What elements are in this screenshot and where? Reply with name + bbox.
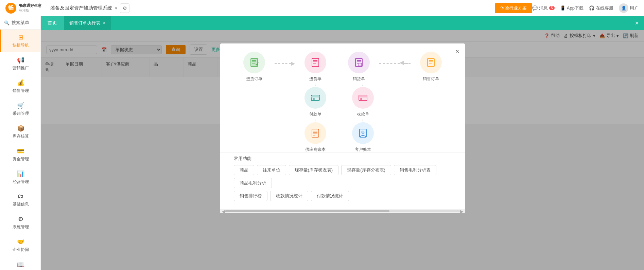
base-info-icon: 🗂 — [18, 193, 24, 200]
arrow-down-purchase: ↓ — [295, 82, 336, 87]
guide-icon: 📖 — [17, 261, 24, 268]
window-close-icon[interactable]: × — [635, 20, 639, 27]
sidebar-item-marketing[interactable]: 📢 营销推广 — [0, 52, 40, 75]
func-btn-partner[interactable]: 往来单位 — [257, 165, 286, 175]
arrow-2b: ▶ — [400, 60, 411, 67]
func-btn-stock-status[interactable]: 现存量(库存状况表) — [289, 165, 339, 175]
func-btn-goods[interactable]: 商品 — [234, 165, 254, 175]
customer-ledger-label: 客户账本 — [355, 147, 371, 152]
flow-node-sales-order[interactable]: 销售订单 — [411, 52, 451, 82]
sidebar-item-base-info[interactable]: 🗂 基础信息 — [0, 189, 40, 211]
svg-rect-12 — [358, 63, 362, 66]
marketing-icon: 📢 — [17, 56, 24, 64]
sidebar-item-purchase[interactable]: 🛒 采购管理 — [0, 98, 40, 121]
main-content: 首页 销售订单执行表 × × ❓ 帮助 🖨 按模板打印 — [41, 16, 644, 270]
flow-row-1: 进货订单 ▶ — [220, 43, 465, 82]
payment-label: 付款单 — [309, 111, 321, 117]
svg-rect-20 — [359, 95, 367, 101]
scrollbar-track[interactable] — [225, 210, 460, 212]
func-btn-sales-margin[interactable]: 销售毛利分析表 — [394, 165, 436, 175]
flow-node-customer-ledger[interactable]: 客户账本 — [343, 122, 383, 152]
down-arrows-row2: ↓ ↓ — [220, 117, 465, 122]
message-item[interactable]: 💬 消息 5 — [532, 5, 555, 11]
avatar: 👤 — [619, 3, 628, 13]
content-area: ❓ 帮助 🖨 按模板打印 ▾ 📤 导出 ▾ 🔄 — [41, 30, 644, 270]
purchase-order-icon — [243, 52, 265, 73]
sidebar-item-inventory[interactable]: 📦 库存核算 — [0, 121, 40, 143]
inventory-icon: 📦 — [17, 125, 24, 132]
func-buttons-row2: 销售排行榜 收款情况统计 付款情况统计 — [234, 191, 451, 201]
flow-node-supplier-ledger[interactable]: 供应商账本 — [295, 122, 336, 152]
modal-overlay: × — [41, 30, 644, 270]
main-layout: 🔍 搜索菜单 ⊞ 快捷导航 📢 营销推广 💰 销售管理 🛒 采购管理 📦 库存核… — [0, 16, 644, 270]
purchase-icon: 🛒 — [17, 102, 24, 109]
logo-text: 畅康通好生意 标准版 — [19, 3, 41, 13]
sales-icon: 💰 — [17, 79, 24, 87]
trial-button[interactable]: 体验行业方案 — [495, 3, 532, 13]
finance-icon: 💳 — [17, 147, 24, 155]
arrow-2 — [379, 63, 400, 64]
dropdown-arrow-icon[interactable]: ▾ — [115, 5, 117, 11]
arrow-1: ▶ — [275, 60, 295, 67]
svg-rect-4 — [312, 58, 319, 67]
message-icon: 💬 — [532, 5, 538, 11]
common-funcs: 常用功能 商品 往来单位 现存量(库存状况表) 现存量(库存分布表) 销售毛利分… — [220, 152, 465, 209]
scrollbar-thumb[interactable] — [225, 210, 389, 212]
sidebar-item-system[interactable]: ⚙ 系统管理 — [0, 211, 40, 234]
flow-node-purchase-bill[interactable]: 进货单 — [295, 52, 336, 82]
online-service-item[interactable]: 🎧 在线客服 — [589, 5, 613, 11]
receipt-label: 收款单 — [357, 111, 369, 117]
download-icon: 📱 — [560, 5, 565, 11]
supplier-ledger-icon — [304, 122, 326, 144]
down-arrows-row: ↓ ↓ — [220, 82, 465, 87]
arrow-down-payment: ↓ — [295, 117, 336, 122]
supplier-ledger-label: 供应商账本 — [305, 147, 326, 152]
flow-node-sales-bill[interactable]: 销货单 — [338, 52, 379, 82]
scroll-right-icon[interactable]: ▶ — [460, 209, 464, 214]
settings-icon[interactable]: ⚙ — [120, 3, 129, 13]
func-btn-receipt-stats[interactable]: 收款情况统计 — [270, 191, 308, 201]
func-btn-goods-margin[interactable]: 商品毛利分析 — [234, 178, 272, 188]
enterprise-icon: 🤝 — [17, 238, 24, 246]
sidebar-item-finance[interactable]: 💳 资金管理 — [0, 143, 40, 166]
customer-ledger-icon — [352, 122, 374, 144]
modal-scrollbar[interactable]: ◀ ▶ — [220, 209, 465, 213]
user-item[interactable]: 👤 用户 — [619, 3, 639, 13]
sidebar-item-enterprise[interactable]: 🤝 企业协同 — [0, 234, 40, 257]
service-icon: 🎧 — [589, 5, 594, 11]
system-title: 装备及固定资产辅助管理系统 ▾ ⚙ — [46, 3, 495, 13]
logo-icon: 畅 — [5, 3, 16, 14]
svg-point-29 — [362, 131, 364, 133]
func-btn-payment-stats[interactable]: 付款情况统计 — [311, 191, 349, 201]
svg-rect-19 — [313, 98, 315, 100]
svg-rect-21 — [359, 96, 367, 97]
sales-order-label: 销售订单 — [423, 76, 439, 82]
tab-sales-order[interactable]: 销售订单执行表 × — [64, 16, 111, 30]
func-buttons-row1: 商品 往来单位 现存量(库存状况表) 现存量(库存分布表) 销售毛利分析表 商品… — [234, 165, 451, 188]
sidebar-item-quick-nav[interactable]: ⊞ 快捷导航 — [0, 30, 40, 52]
logo-area: 畅 畅康通好生意 标准版 — [5, 3, 46, 14]
func-btn-sales-rank[interactable]: 销售排行榜 — [234, 191, 267, 201]
flow-node-receipt[interactable]: 收款单 — [343, 87, 383, 117]
flow-node-purchase-order[interactable]: 进货订单 — [234, 52, 275, 82]
common-funcs-title: 常用功能 — [234, 156, 451, 162]
tab-bar-close[interactable]: × — [629, 20, 644, 27]
tab-home[interactable]: 首页 — [41, 16, 64, 30]
func-btn-stock-dist[interactable]: 现存量(库存分布表) — [341, 165, 391, 175]
sidebar-item-sales[interactable]: 💰 销售管理 — [0, 75, 40, 98]
purchase-bill-label: 进货单 — [309, 76, 321, 82]
sidebar-item-guide[interactable]: 📖 新手引导 — [0, 257, 40, 270]
app-download-item[interactable]: 📱 App下载 — [560, 5, 584, 11]
tab-close-icon[interactable]: × — [103, 21, 105, 25]
operations-icon: 📊 — [17, 170, 24, 178]
quick-nav-icon: ⊞ — [18, 34, 23, 41]
scroll-left-icon[interactable]: ◀ — [222, 209, 225, 214]
arrow-down-receipt: ↓ — [343, 117, 383, 122]
modal-close-button[interactable]: × — [455, 48, 459, 55]
svg-rect-17 — [311, 95, 319, 101]
sidebar-search[interactable]: 🔍 搜索菜单 — [0, 16, 40, 30]
header-right: 💬 消息 5 📱 App下载 🎧 在线客服 👤 用户 — [532, 3, 639, 13]
purchase-order-label: 进货订单 — [246, 76, 262, 82]
sidebar-item-operations[interactable]: 📊 经营管理 — [0, 166, 40, 189]
flow-node-payment[interactable]: 付款单 — [295, 87, 336, 117]
